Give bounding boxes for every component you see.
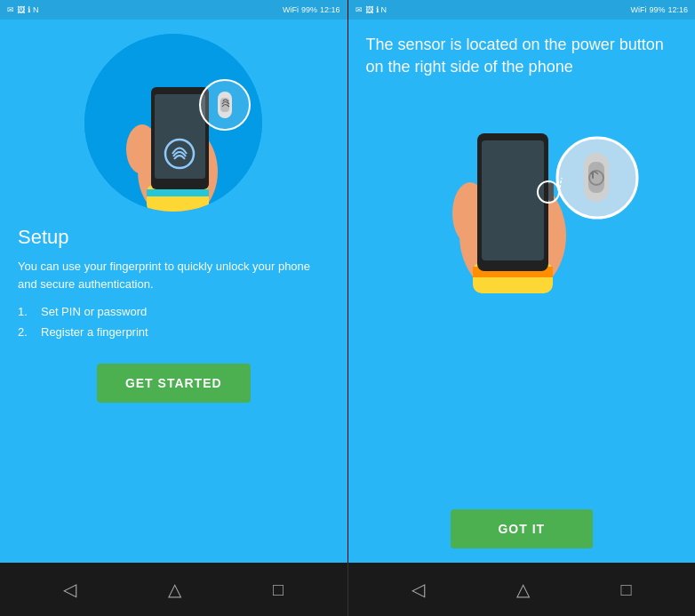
nfc-icon-r: N [381,5,387,14]
right-bottom-nav: ◁ △ □ [348,563,696,616]
left-illustration-circle [84,34,262,212]
sensor-title: The sensor is located on the power butto… [366,34,678,78]
back-button-right[interactable]: ◁ [411,579,425,600]
svg-rect-6 [155,94,205,179]
step-2-text: Register a fingerprint [41,325,148,339]
left-status-bar: ✉ 🖼 ℹ N WiFi 99% 12:16 [0,0,348,20]
svg-rect-16 [482,140,544,260]
svg-rect-4 [147,189,209,196]
photo-icon: 🖼 [17,5,25,14]
recents-button-left[interactable]: □ [273,580,284,600]
msg-icon: ✉ [7,5,14,14]
msg-icon-r: ✉ [355,5,363,14]
svg-rect-21 [588,162,604,193]
nfc-icon: N [33,5,39,14]
step-1: 1. Set PIN or password [18,305,330,318]
step-1-number: 1. [18,305,36,318]
left-illustration-svg [84,34,262,212]
battery-right: 99% [649,5,665,14]
photo-icon-r: 🖼 [365,5,373,14]
right-status-icons: ✉ 🖼 ℹ N [355,5,387,14]
svg-rect-17 [548,182,554,202]
got-it-button[interactable]: GOT IT [451,509,593,548]
wifi-icon-r: WiFi [630,5,646,14]
info-icon: ℹ [28,5,30,14]
battery-left: 99% [301,5,317,14]
setup-title: Setup [18,226,330,249]
bottom-nav: ◁ △ □ ◁ △ □ [0,563,695,616]
get-started-button[interactable]: GET STARTED [97,364,251,403]
right-status-right: WiFi 99% 12:16 [630,5,688,14]
left-bottom-nav: ◁ △ □ [0,563,348,616]
time-right: 12:16 [667,5,688,14]
right-illustration-svg [397,89,646,293]
step-2-number: 2. [18,325,36,339]
right-status-bar: ✉ 🖼 ℹ N WiFi 99% 12:16 [348,0,696,20]
right-illustration [397,89,646,293]
info-icon-r: ℹ [376,5,379,14]
left-content: Setup You can use your fingerprint to qu… [0,20,348,563]
setup-steps: 1. Set PIN or password 2. Register a fin… [18,305,330,346]
home-button-left[interactable]: △ [168,579,181,600]
home-button-right[interactable]: △ [516,579,530,600]
left-screen: ✉ 🖼 ℹ N WiFi 99% 12:16 [0,0,348,563]
recents-button-right[interactable]: □ [620,580,631,600]
step-1-text: Set PIN or password [41,305,147,318]
right-screen: ✉ 🖼 ℹ N WiFi 99% 12:16 The sensor is loc… [348,0,696,563]
time-left: 12:16 [320,5,340,14]
right-content: The sensor is located on the power butto… [348,20,696,563]
left-status-icons: ✉ 🖼 ℹ N [7,5,39,14]
step-2: 2. Register a fingerprint [18,325,330,339]
setup-description: You can use your fingerprint to quickly … [18,258,330,292]
back-button-left[interactable]: ◁ [63,579,76,600]
left-status-right: WiFi 99% 12:16 [283,5,340,14]
wifi-icon: WiFi [283,5,299,14]
